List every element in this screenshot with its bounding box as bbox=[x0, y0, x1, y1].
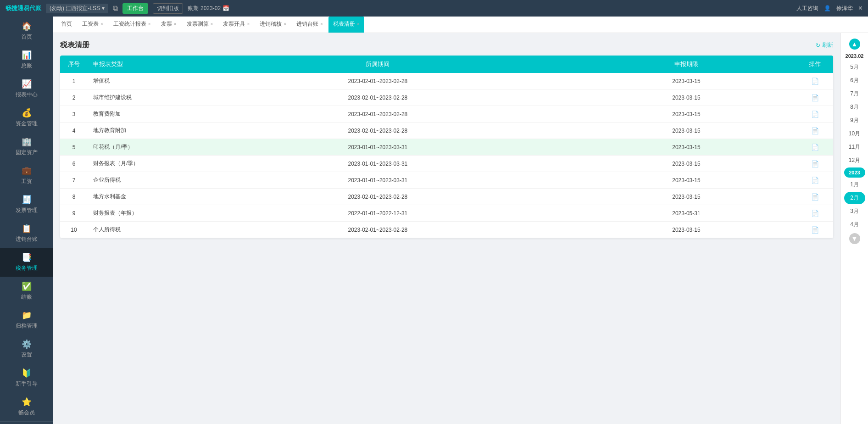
close-button[interactable]: × bbox=[858, 4, 862, 12]
sidebar-item-member[interactable]: ⭐ 畅会员 bbox=[0, 392, 53, 421]
action-icon[interactable]: 📄 bbox=[811, 226, 819, 234]
cell-action: 📄 bbox=[796, 205, 833, 222]
cell-period: 2023-02-01~2023-02-28 bbox=[179, 222, 576, 238]
month-4[interactable]: 4月 bbox=[844, 218, 865, 231]
year-next-button[interactable]: ▼ bbox=[849, 233, 860, 244]
sidebar-item-label: 工资 bbox=[21, 178, 32, 185]
assets-icon: 🏢 bbox=[22, 137, 32, 147]
month-6[interactable]: 6月 bbox=[844, 74, 865, 87]
period-value: 2023-02 bbox=[200, 5, 221, 11]
tab-tax-list[interactable]: 税表清册 × bbox=[328, 17, 364, 33]
sidebar-item-label: 新手引导 bbox=[16, 380, 38, 388]
guide-icon: 🔰 bbox=[22, 368, 32, 378]
table-row: 7 企业所得税 2023-01-01~2023-03-31 2023-03-15… bbox=[60, 172, 833, 189]
refresh-button[interactable]: ↻ 刷新 bbox=[816, 41, 833, 49]
month-2-active[interactable]: 2月 bbox=[844, 192, 865, 204]
tab-invoice-open[interactable]: 发票开具 × bbox=[218, 17, 254, 33]
tab-close-icon[interactable]: × bbox=[320, 22, 323, 27]
sidebar-item-settings[interactable]: ⚙️ 设置 bbox=[0, 335, 53, 363]
cell-period: 2023-02-01~2023-02-28 bbox=[179, 123, 576, 139]
month-3[interactable]: 3月 bbox=[844, 205, 865, 218]
action-icon[interactable]: 📄 bbox=[811, 78, 819, 85]
tab-reconcile-ledger[interactable]: 进销台账 × bbox=[292, 17, 328, 33]
col-deadline: 申报期限 bbox=[576, 56, 796, 73]
tab-close-icon[interactable]: × bbox=[174, 22, 177, 27]
tab-salary[interactable]: 工资表 × bbox=[78, 17, 108, 33]
sidebar-item-reconcile[interactable]: 📋 进销台账 bbox=[0, 219, 53, 248]
sidebar-item-report[interactable]: 📈 报表中心 bbox=[0, 74, 53, 103]
refresh-icon: ↻ bbox=[816, 42, 820, 49]
home-icon: 🏠 bbox=[22, 21, 32, 31]
content-area: 首页 工资表 × 工资统计报表 × 发票 × 发票测算 × 发票开具 × bbox=[53, 17, 868, 424]
ai-consult-button[interactable]: 人工咨询 bbox=[796, 5, 818, 12]
action-icon[interactable]: 📄 bbox=[811, 160, 819, 167]
cell-action: 📄 bbox=[796, 139, 833, 156]
table-row: 6 财务报表（月/季） 2023-01-01~2023-03-31 2023-0… bbox=[60, 156, 833, 172]
month-1[interactable]: 1月 bbox=[844, 179, 865, 191]
action-icon[interactable]: 📄 bbox=[811, 144, 819, 151]
switch-old-button[interactable]: 切到旧版 bbox=[153, 3, 183, 14]
cell-action: 📄 bbox=[796, 73, 833, 89]
workspace-button[interactable]: 工作台 bbox=[122, 3, 148, 14]
tab-label: 工资统计报表 bbox=[113, 20, 146, 28]
tab-close-icon[interactable]: × bbox=[247, 22, 250, 27]
table-row: 10 个人所得税 2023-02-01~2023-02-28 2023-03-1… bbox=[60, 222, 833, 238]
sidebar: 🏠 首页 📊 总账 📈 报表中心 💰 资金管理 🏢 固定资产 💼 工资 🧾 发票… bbox=[0, 17, 53, 424]
sidebar-item-assets[interactable]: 🏢 固定资产 bbox=[0, 132, 53, 161]
sidebar-item-salary[interactable]: 💼 工资 bbox=[0, 161, 53, 190]
action-icon[interactable]: 📄 bbox=[811, 94, 819, 101]
sidebar-bottom: 📌 取消固定 bbox=[0, 421, 53, 424]
sidebar-item-capital[interactable]: 💰 资金管理 bbox=[0, 103, 53, 132]
action-icon[interactable]: 📄 bbox=[811, 111, 819, 118]
tab-close-icon[interactable]: × bbox=[100, 22, 103, 27]
month-9[interactable]: 9月 bbox=[844, 114, 865, 127]
year-prev-button[interactable]: ▲ bbox=[849, 39, 860, 50]
settle-icon: ✅ bbox=[22, 281, 32, 291]
tab-close-icon[interactable]: × bbox=[357, 22, 360, 27]
tab-close-icon[interactable]: × bbox=[284, 22, 286, 27]
month-5[interactable]: 5月 bbox=[844, 61, 865, 73]
cell-type: 增值税 bbox=[88, 73, 179, 89]
month-10[interactable]: 10月 bbox=[844, 128, 865, 140]
sidebar-item-label: 报表中心 bbox=[16, 91, 38, 99]
cell-period: 2023-01-01~2023-03-31 bbox=[179, 156, 576, 172]
company-selector[interactable]: (勿动) 江西报宜-LSS ▾ bbox=[46, 4, 108, 13]
month-11[interactable]: 11月 bbox=[844, 141, 865, 153]
calendar-icon[interactable]: 📅 bbox=[223, 5, 229, 11]
cell-no: 8 bbox=[60, 189, 88, 205]
copy-icon[interactable]: ⧉ bbox=[113, 4, 118, 12]
cell-type: 地方教育附加 bbox=[88, 123, 179, 139]
period-label: 账期 bbox=[188, 5, 199, 12]
cell-deadline: 2023-03-15 bbox=[576, 222, 796, 238]
cell-type: 财务报表（月/季） bbox=[88, 156, 179, 172]
cell-action: 📄 bbox=[796, 156, 833, 172]
month-7[interactable]: 7月 bbox=[844, 88, 865, 100]
month-12[interactable]: 12月 bbox=[844, 154, 865, 167]
page-header: 税表清册 ↻ 刷新 bbox=[60, 40, 833, 50]
tab-invoice[interactable]: 发票 × bbox=[156, 17, 181, 33]
sidebar-item-tax[interactable]: 📑 税务管理 bbox=[0, 248, 53, 277]
tab-invoice-calc[interactable]: 发票测算 × bbox=[182, 17, 218, 33]
tab-salary-report[interactable]: 工资统计报表 × bbox=[109, 17, 156, 33]
company-dropdown-icon[interactable]: ▾ bbox=[102, 5, 105, 11]
sidebar-item-settle[interactable]: ✅ 结账 bbox=[0, 277, 53, 306]
tab-home[interactable]: 首页 bbox=[56, 17, 77, 33]
sidebar-item-ledger[interactable]: 📊 总账 bbox=[0, 45, 53, 74]
month-8[interactable]: 8月 bbox=[844, 101, 865, 113]
tab-close-icon[interactable]: × bbox=[148, 22, 151, 27]
invoice-icon: 🧾 bbox=[22, 195, 32, 205]
sidebar-item-home[interactable]: 🏠 首页 bbox=[0, 17, 53, 45]
tab-close-icon[interactable]: × bbox=[211, 22, 213, 27]
sidebar-item-invoice[interactable]: 🧾 发票管理 bbox=[0, 190, 53, 219]
tab-reconcile-check[interactable]: 进销稽核 × bbox=[255, 17, 291, 33]
sidebar-item-archive[interactable]: 📁 归档管理 bbox=[0, 306, 53, 335]
action-icon[interactable]: 📄 bbox=[811, 177, 819, 184]
action-icon[interactable]: 📄 bbox=[811, 210, 819, 217]
cell-type: 教育费附加 bbox=[88, 106, 179, 123]
sidebar-item-label: 总账 bbox=[21, 62, 32, 70]
action-icon[interactable]: 📄 bbox=[811, 127, 819, 134]
sidebar-item-guide[interactable]: 🔰 新手引导 bbox=[0, 363, 53, 392]
tab-label: 发票开具 bbox=[223, 20, 245, 28]
action-icon[interactable]: 📄 bbox=[811, 193, 819, 201]
user-name[interactable]: 徐泽华 bbox=[836, 5, 853, 12]
